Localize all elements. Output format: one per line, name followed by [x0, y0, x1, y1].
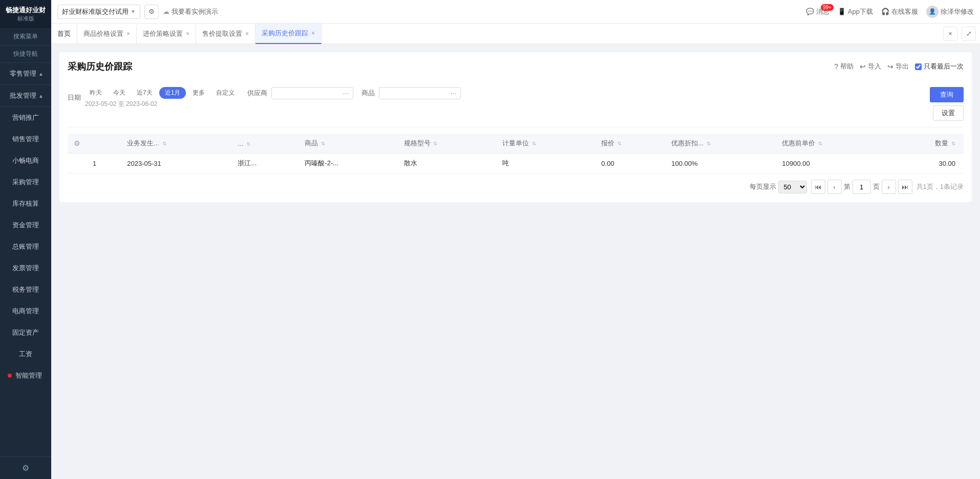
date-btn-row: 昨天 今天 近7天 近1月 更多 自定义	[85, 87, 239, 99]
last-only-checkbox[interactable]: 只看最后一次	[915, 62, 964, 71]
page-prev-button[interactable]: ‹	[827, 180, 842, 194]
sidebar-menu-smart[interactable]: 智能管理	[0, 365, 51, 386]
date-btn-today[interactable]: 今天	[109, 87, 130, 99]
table-col-spec[interactable]: 规格型号 ⇅	[398, 134, 497, 154]
tabs-actions: × ⤢	[943, 27, 980, 41]
sidebar-menu-invoice[interactable]: 发票管理	[0, 257, 51, 279]
close-icon[interactable]: ×	[311, 30, 315, 37]
col-discount-label: 优惠折扣...	[671, 139, 704, 147]
query-button[interactable]: 查询	[930, 87, 964, 102]
table-col-date[interactable]: 业务发生... ⇅	[121, 134, 231, 154]
per-page-dropdown[interactable]: 20 50 100 200	[778, 181, 807, 193]
sidebar-menu-ecommerce[interactable]: 电商管理	[0, 300, 51, 322]
cloud-icon: ☁	[163, 8, 169, 15]
user-menu-button[interactable]: 👤 徐泽华修改	[926, 6, 974, 18]
demo-link[interactable]: ☁ 我要看实例演示	[163, 7, 218, 16]
close-icon[interactable]: ×	[186, 30, 189, 37]
sort-icon: ⇅	[707, 141, 711, 146]
sort-icon: ⇅	[433, 141, 437, 146]
tab-maximize-button[interactable]: ⤢	[962, 27, 976, 41]
import-icon: ↩	[860, 62, 866, 71]
page-last-button[interactable]: ⏭	[898, 180, 912, 194]
close-icon[interactable]: ×	[126, 30, 130, 37]
sidebar-search[interactable]: 搜索菜单	[0, 28, 51, 46]
data-table: ⚙ 业务发生... ⇅ ... ⇅	[68, 134, 964, 173]
sidebar-menu-finance[interactable]: 资金管理	[0, 214, 51, 236]
table-col-qty[interactable]: 数量 ⇅	[889, 134, 964, 154]
column-settings-icon[interactable]: ⚙	[74, 139, 80, 147]
sidebar-quick-nav[interactable]: 快捷导航	[0, 46, 51, 63]
tab-sale-price[interactable]: 售价提取设置 ×	[196, 24, 255, 44]
page-next-button[interactable]: ›	[882, 180, 896, 194]
sidebar-menu-ledger[interactable]: 总账管理	[0, 236, 51, 257]
tab-home-label: 首页	[57, 29, 71, 38]
col-goods-label: 商品	[305, 139, 318, 147]
last-only-input[interactable]	[915, 63, 922, 70]
tab-purchase-strategy[interactable]: 进价策略设置 ×	[137, 24, 196, 44]
sidebar-menu-purchase[interactable]: 采购管理	[0, 171, 51, 193]
date-btn-7days[interactable]: 近7天	[132, 87, 157, 99]
export-icon: ↪	[887, 62, 893, 71]
filter-settings-button[interactable]: 设置	[933, 105, 964, 121]
logo-title: 畅捷通好业财	[4, 6, 47, 15]
product-select[interactable]: 好业财标准版交付试用 ▼	[57, 5, 140, 19]
settings-icon[interactable]: ⚙	[22, 464, 29, 472]
page-size-select: 每页显示 20 50 100 200	[750, 181, 807, 193]
tab-history-price[interactable]: 采购历史价跟踪 ×	[255, 24, 322, 44]
service-label: 在线客服	[891, 7, 918, 16]
goods-input[interactable]	[384, 90, 448, 97]
table-header-row: ⚙ 业务发生... ⇅ ... ⇅	[68, 134, 964, 154]
sidebar-menu-assets[interactable]: 固定资产	[0, 322, 51, 343]
goods-filter-group: 商品 ···	[361, 87, 461, 99]
col-price-label: 报价	[601, 139, 614, 147]
date-btn-more[interactable]: 更多	[188, 87, 209, 99]
tab-price-setting[interactable]: 商品价格设置 ×	[77, 24, 137, 44]
sidebar-menu-small-ecommerce[interactable]: 小畅电商	[0, 150, 51, 171]
table-header: ⚙ 业务发生... ⇅ ... ⇅	[68, 134, 964, 154]
export-button[interactable]: ↪ 导出	[887, 62, 909, 71]
page-first-button[interactable]: ⏮	[811, 180, 825, 194]
sidebar-menu-tax[interactable]: 税务管理	[0, 279, 51, 300]
message-button[interactable]: 💬 消息 99+	[806, 7, 829, 16]
table-col-price[interactable]: 报价 ⇅	[595, 134, 665, 154]
sidebar-menu-retail[interactable]: 零售管理 ▲	[0, 63, 51, 85]
table-col-unit-price[interactable]: 优惠前单价 ⇅	[776, 134, 889, 154]
sidebar-menu-payroll[interactable]: 工资	[0, 343, 51, 365]
online-service-button[interactable]: 🎧 在线客服	[881, 7, 918, 16]
date-btn-custom[interactable]: 自定义	[211, 87, 239, 99]
sidebar-menu-inventory[interactable]: 库存核算	[0, 193, 51, 214]
table-col-more[interactable]: ... ⇅	[231, 134, 299, 154]
supplier-more-button[interactable]: ···	[343, 89, 349, 97]
headset-icon: 🎧	[881, 8, 889, 15]
goods-more-button[interactable]: ···	[451, 89, 457, 97]
tab-label: 采购历史价跟踪	[262, 29, 308, 38]
row-date: 2023-05-31	[121, 154, 231, 173]
table-col-goods[interactable]: 商品 ⇅	[299, 134, 397, 154]
date-btn-1month[interactable]: 近1月	[159, 87, 186, 99]
chevron-up-icon: ▲	[38, 93, 44, 99]
help-link[interactable]: ? 帮助	[834, 62, 854, 71]
tab-home[interactable]: 首页	[51, 24, 77, 44]
table-col-discount[interactable]: 优惠折扣... ⇅	[665, 134, 776, 154]
page-number-input[interactable]	[853, 180, 871, 194]
date-btn-yesterday[interactable]: 昨天	[85, 87, 106, 99]
tab-label: 进价策略设置	[143, 29, 183, 38]
help-icon: ?	[834, 62, 838, 71]
table-col-unit[interactable]: 计量单位 ⇅	[496, 134, 595, 154]
sidebar-menu-sales[interactable]: 销售管理	[0, 128, 51, 150]
supplier-input[interactable]	[276, 90, 340, 97]
sidebar-item-label: 零售管理	[8, 69, 38, 78]
sidebar-menu-wholesale[interactable]: 批发管理 ▲	[0, 85, 51, 107]
page-label: 第	[844, 182, 850, 191]
topbar-gear-button[interactable]: ⚙	[144, 5, 159, 19]
date-filter-label: 日期	[68, 93, 81, 102]
close-icon[interactable]: ×	[245, 30, 249, 37]
import-button[interactable]: ↩ 导入	[860, 62, 881, 71]
quick-nav-label: 快捷导航	[13, 50, 38, 57]
tab-close-button[interactable]: ×	[943, 27, 957, 41]
app-download-button[interactable]: 📱 App下载	[838, 7, 873, 16]
data-table-wrapper: ⚙ 业务发生... ⇅ ... ⇅	[68, 134, 964, 173]
export-label: 导出	[896, 62, 909, 71]
table-col-gear[interactable]: ⚙	[68, 134, 87, 154]
sidebar-menu-marketing[interactable]: 营销推广	[0, 107, 51, 128]
